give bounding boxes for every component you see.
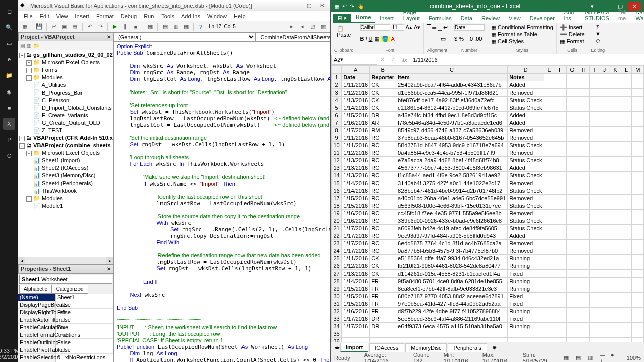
break-icon[interactable]: ∥ <box>121 22 130 31</box>
project-tree[interactable]: -🗂 gs_gillham_studios_02_00_02 +📁 Micros… <box>18 50 113 257</box>
folder-icon[interactable]: 📁 <box>33 43 39 48</box>
wrap-icon[interactable]: ↩ <box>443 24 448 31</box>
worksheet-grid[interactable]: ABCDEFGHIJKLM1DateReporterItemNotes21/11… <box>331 65 644 342</box>
menu-view[interactable]: View <box>53 13 72 19</box>
camtasia-icon[interactable]: C <box>3 150 15 162</box>
design-icon[interactable]: ▦ <box>146 22 155 31</box>
align-top-icon[interactable]: ▔ <box>427 24 431 31</box>
code-proc-combo[interactable]: CombineDataFromAllSheets <box>256 32 330 42</box>
comma-icon[interactable]: , <box>465 36 467 42</box>
view-excel-icon[interactable]: ▦ <box>20 22 29 31</box>
properties-grid[interactable]: (Name)Sheet1DisplayPageBreaksFalseDispla… <box>18 294 113 362</box>
minimize-button[interactable]: — <box>290 2 302 10</box>
formula-value[interactable]: 1/11/2016 <box>411 57 644 63</box>
project-explorer-icon[interactable]: ▤ <box>160 22 170 31</box>
delete-cells-button[interactable]: ➖ Delete <box>560 31 585 38</box>
number-format-combo[interactable] <box>454 24 485 31</box>
paste-button[interactable]: 📋Paste <box>334 24 354 39</box>
menu-tools[interactable]: Tools <box>157 13 178 19</box>
align-mid-icon[interactable]: ═ <box>432 25 436 31</box>
tab-file[interactable]: File <box>333 14 351 23</box>
percent-icon[interactable]: % <box>459 36 464 42</box>
menu-window[interactable]: Window <box>204 13 230 19</box>
format-cells-button[interactable]: ▦ Format <box>560 38 584 45</box>
close-panel-icon[interactable]: ✕ <box>107 34 111 40</box>
save-icon[interactable]: 💾 <box>35 22 44 31</box>
tab-tellme[interactable]: Tell me <box>614 8 631 23</box>
run-icon[interactable]: ▶ <box>110 22 119 31</box>
cond-fmt-button[interactable]: ▦ Conditional Formatting <box>491 24 553 31</box>
insert-cells-button[interactable]: ➕ Insert <box>560 24 583 31</box>
tab-review[interactable]: Review <box>477 14 504 23</box>
properties-object-combo[interactable]: Sheet1 Worksheet <box>19 275 112 284</box>
props-tab-alpha[interactable]: Alphabetic <box>19 285 52 294</box>
zoom-slider[interactable]: — ─●─ + <box>600 352 620 363</box>
taskview-icon[interactable]: ▭ <box>3 37 15 49</box>
sheet-tab-memory[interactable]: MemoryDisc <box>405 343 447 352</box>
sheet-tab-import[interactable]: Import <box>340 343 368 352</box>
font-color-icon[interactable]: A <box>391 36 395 42</box>
view-pagelayout-icon[interactable]: ▤ <box>576 354 581 361</box>
cancel-icon[interactable]: ✕ <box>377 56 388 63</box>
app-icon[interactable]: ■ <box>3 102 15 114</box>
properties-icon[interactable]: ▥ <box>171 22 180 31</box>
increase-font-icon[interactable]: A▴ <box>406 24 412 31</box>
align-center-icon[interactable]: ≡ <box>432 36 435 42</box>
touch-icon[interactable]: 👆 <box>357 3 364 10</box>
menu-addins[interactable]: Add-Ins <box>178 13 204 19</box>
autosum-icon[interactable]: Σ <box>596 24 600 30</box>
explorer-icon[interactable]: 📁 <box>3 69 15 81</box>
tab-gillham[interactable]: GILLHAM STUDIOS <box>580 8 614 23</box>
view-normal-icon[interactable]: ▦ <box>564 354 569 361</box>
tab-data[interactable]: Data <box>456 14 477 23</box>
redo-icon[interactable]: ↷ <box>350 3 354 10</box>
start-icon[interactable]: ◻ <box>3 5 15 17</box>
comment-icon[interactable]: ▧ <box>308 22 317 31</box>
outdent-icon[interactable]: ◂ <box>298 22 307 31</box>
decrease-font-icon[interactable]: A▾ <box>414 24 420 31</box>
font-size-input[interactable] <box>392 24 404 31</box>
align-bot-icon[interactable]: ▁ <box>438 24 442 31</box>
chrome-icon[interactable]: ◉ <box>3 85 15 98</box>
tab-view[interactable]: View <box>504 14 525 23</box>
merge-icon[interactable]: ▭ <box>441 36 446 42</box>
fill-icon[interactable]: ▼ <box>595 31 601 37</box>
object-browser-icon[interactable]: ▦ <box>182 22 191 31</box>
inc-dec-icon[interactable]: .0 <box>468 36 473 42</box>
tab-pagelayout[interactable]: Page Layout <box>398 8 424 23</box>
sheet-tab-ioaccess[interactable]: IOAccess <box>369 343 404 352</box>
menu-insert[interactable]: Insert <box>71 13 93 19</box>
align-right-icon[interactable]: ≡ <box>436 36 439 42</box>
clear-icon[interactable]: ◇ <box>596 37 600 44</box>
menu-format[interactable]: Format <box>93 13 117 19</box>
account-name[interactable]: Dan Wag… <box>631 8 644 23</box>
cut-icon[interactable]: ✂ <box>49 22 58 31</box>
code-editor[interactable]: Option Explicit Public Sub CombineDataFr… <box>114 42 330 362</box>
maximize-button[interactable]: ▢ <box>303 2 315 10</box>
zoom-level[interactable]: 100% <box>627 355 641 361</box>
fx-icon[interactable]: fx <box>398 57 411 63</box>
reset-icon[interactable]: ■ <box>131 22 140 31</box>
tab-formulas[interactable]: Formulas <box>424 14 456 23</box>
bold-button[interactable]: B <box>360 36 364 42</box>
copy-icon[interactable]: ▣ <box>60 22 69 31</box>
cell-styles-button[interactable]: ▦ Cell Styles <box>491 38 524 45</box>
fill-color-icon[interactable]: 🪣 <box>381 36 390 42</box>
italic-button[interactable]: I <box>365 36 367 42</box>
undo-icon[interactable]: ↶ <box>85 22 94 31</box>
tab-insert[interactable]: Insert <box>375 14 398 23</box>
view-object-icon[interactable]: ▥ <box>27 43 31 48</box>
edge-icon[interactable]: e <box>3 53 15 65</box>
menu-edit[interactable]: Edit <box>36 13 53 19</box>
search-icon[interactable]: 🔍 <box>3 21 15 33</box>
uncomment-icon[interactable]: ▨ <box>319 22 328 31</box>
menu-help[interactable]: Help <box>230 13 249 19</box>
underline-button[interactable]: U <box>369 36 373 42</box>
help-icon[interactable]: ? <box>196 22 205 31</box>
excel-icon[interactable]: X <box>3 118 15 130</box>
powerpoint-icon[interactable]: P <box>3 134 15 146</box>
indent-icon[interactable]: ▸ <box>287 22 296 31</box>
table-fmt-button[interactable]: ▦ Format as Table <box>491 31 537 38</box>
align-left-icon[interactable]: ≡ <box>427 36 430 42</box>
border-icon[interactable]: ▦ <box>374 36 379 42</box>
